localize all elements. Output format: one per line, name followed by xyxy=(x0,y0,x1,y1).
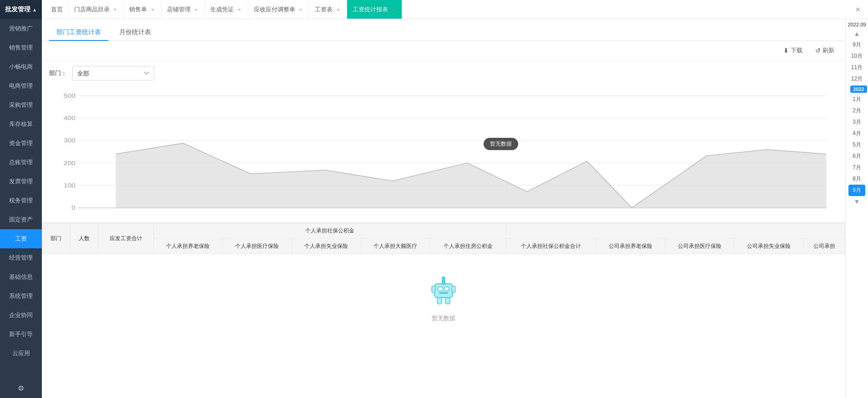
close-all-tabs-button[interactable]: ✕ xyxy=(855,6,861,13)
sidebar-item-经营管理[interactable]: 经营管理 xyxy=(0,248,42,267)
timeline-month-2月[interactable]: 2月 xyxy=(848,105,865,116)
tab-close-icon[interactable]: × xyxy=(237,6,242,13)
sidebar-item-总账管理[interactable]: 总账管理 xyxy=(0,153,42,172)
svg-rect-16 xyxy=(439,292,448,294)
sidebar-item-小畅电商[interactable]: 小畅电商 xyxy=(0,57,42,76)
col-个人承担失业保险: 个人承担失业保险 xyxy=(292,239,361,254)
svg-text:500: 500 xyxy=(64,92,76,99)
timeline-month-10月[interactable]: 10月 xyxy=(848,50,865,62)
timeline-month-5月[interactable]: 5月 xyxy=(848,139,865,151)
col-人数: 人数 xyxy=(70,223,98,254)
tab-生成凭证[interactable]: 生成凭证× xyxy=(205,0,248,19)
tab-close-icon[interactable]: × xyxy=(335,6,341,13)
sidebar-item-企业协同[interactable]: 企业协同 xyxy=(0,306,42,325)
timeline-up-arrow[interactable]: ▲ xyxy=(846,28,868,39)
timeline-month-7月[interactable]: 7月 xyxy=(848,162,865,173)
tab-首页[interactable]: 首页 xyxy=(45,0,69,19)
col-应发工资合计: 应发工资合计 xyxy=(98,223,154,254)
svg-text:100: 100 xyxy=(64,182,76,188)
sub-tab-部门工资统计表[interactable]: 部门工资统计表 xyxy=(49,25,108,41)
tab-label: 门店商品目录 xyxy=(74,5,110,14)
filter-label: 部门： xyxy=(49,69,67,77)
col-group-personal: 个人承担社保公积金 xyxy=(153,223,506,239)
svg-rect-22 xyxy=(445,297,450,304)
timeline-month-6月[interactable]: 6月 xyxy=(848,151,865,162)
timeline-items: 9月10月11月12月20221月2月3月4月5月6月7月8月9月 xyxy=(848,39,865,196)
chart-svg: 0100200300400500 xyxy=(49,86,838,222)
tab-bar: 首页门店商品目录×销售单×店铺管理×生成凭证×应收应付调整单×工资表×工资统计报… xyxy=(42,0,868,19)
tab-close-icon[interactable]: × xyxy=(298,6,303,13)
timeline-month-11月[interactable]: 11月 xyxy=(848,62,865,73)
sidebar-item-库存核算[interactable]: 库存核算 xyxy=(0,115,42,134)
sidebar-footer[interactable]: ⚙ xyxy=(0,378,42,398)
sidebar-item-税务管理[interactable]: 税务管理 xyxy=(0,191,42,210)
col-公司承担养老保险: 公司承担养老保险 xyxy=(596,239,665,254)
sidebar-item-系统管理[interactable]: 系统管理 xyxy=(0,287,42,306)
sidebar-item-固定资产[interactable]: 固定资产 xyxy=(0,210,42,229)
svg-rect-13 xyxy=(434,284,453,297)
svg-text:0: 0 xyxy=(71,204,76,211)
sidebar-item-基础信息[interactable]: 基础信息 xyxy=(0,267,42,287)
timeline-month-9月[interactable]: 9月 xyxy=(848,39,865,50)
timeline-month-8月[interactable]: 8月 xyxy=(848,173,865,185)
download-icon: ⬇ xyxy=(783,47,789,54)
sidebar-item-云应用[interactable]: 云应用 xyxy=(0,344,42,363)
col-部门: 部门 xyxy=(42,223,71,254)
col-个人承担住房公积金: 个人承担住房公积金 xyxy=(430,239,506,254)
sidebar-title: 批发管理 xyxy=(5,5,30,14)
refresh-label: 刷新 xyxy=(823,46,834,55)
sidebar-item-工资[interactable]: 工资 xyxy=(0,229,42,248)
timeline-month-9月[interactable]: 9月 xyxy=(848,185,865,196)
sidebar-item-电商管理[interactable]: 电商管理 xyxy=(0,76,42,96)
tab-close-icon[interactable]: × xyxy=(391,6,396,13)
table-area[interactable]: 部门人数应发工资合计个人承担社保公积金个人承担养老保险个人承担医疗保险个人承担失… xyxy=(42,222,845,398)
timeline-month-1月[interactable]: 1月 xyxy=(848,94,865,105)
sub-tabs: 部门工资统计表月份统计表 xyxy=(49,25,158,40)
timeline-down-arrow[interactable]: ▼ xyxy=(846,196,868,207)
tab-门店商品目录[interactable]: 门店商品目录× xyxy=(69,0,124,19)
sidebar-items: 营销推广销售管理小畅电商电商管理采购管理库存核算资金管理总账管理发票管理税务管理… xyxy=(0,19,42,363)
timeline-year: 2022 xyxy=(850,86,867,93)
timeline-month-3月[interactable]: 3月 xyxy=(848,116,865,128)
tab-close-icon[interactable]: × xyxy=(150,6,155,13)
svg-rect-21 xyxy=(437,297,442,304)
filter-select-wrapper: 全部销售部财务部运营部 xyxy=(72,66,154,81)
col-个人承担社保公积金合计: 个人承担社保公积金合计 xyxy=(506,239,596,254)
sidebar-header[interactable]: 批发管理 ▲ xyxy=(0,0,42,19)
tab-label: 首页 xyxy=(51,5,63,14)
empty-icon xyxy=(425,272,462,309)
sub-tab-bar: 部门工资统计表月份统计表 xyxy=(42,19,845,41)
svg-point-18 xyxy=(442,277,445,280)
timeline-header: 2022.09 xyxy=(846,21,868,28)
tab-销售单[interactable]: 销售单× xyxy=(124,0,161,19)
tab-close-icon[interactable]: × xyxy=(193,6,199,13)
sidebar-item-销售管理[interactable]: 销售管理 xyxy=(0,38,42,57)
svg-text:400: 400 xyxy=(64,115,76,121)
empty-state-text: 暂无数据 xyxy=(432,314,455,322)
sidebar-item-采购管理[interactable]: 采购管理 xyxy=(0,96,42,115)
toolbar: ⬇ 下载 ↺ 刷新 xyxy=(42,41,845,60)
chart-area: 0100200300400500 暂无数据 xyxy=(42,86,845,222)
filter-row: 部门： 全部销售部财务部运营部 xyxy=(42,60,845,86)
sidebar-item-营销推广[interactable]: 营销推广 xyxy=(0,19,42,38)
svg-rect-15 xyxy=(444,287,449,291)
sidebar-item-新手引导[interactable]: 新手引导 xyxy=(0,325,42,344)
sidebar-item-资金管理[interactable]: 资金管理 xyxy=(0,134,42,153)
tab-label: 销售单 xyxy=(129,5,147,14)
sidebar: 批发管理 ▲ 营销推广销售管理小畅电商电商管理采购管理库存核算资金管理总账管理发… xyxy=(0,0,42,398)
tab-工资统计报表[interactable]: 工资统计报表× xyxy=(347,0,402,19)
download-button[interactable]: ⬇ 下载 xyxy=(780,45,806,56)
sub-tab-月份统计表[interactable]: 月份统计表 xyxy=(112,25,158,41)
settings-icon: ⚙ xyxy=(18,384,24,392)
sidebar-item-发票管理[interactable]: 发票管理 xyxy=(0,172,42,191)
tab-close-icon[interactable]: × xyxy=(112,6,118,13)
tab-应收应付调整单[interactable]: 应收应付调整单× xyxy=(248,0,309,19)
tab-工资表[interactable]: 工资表× xyxy=(309,0,347,19)
sidebar-arrow: ▲ xyxy=(32,7,37,12)
timeline-month-4月[interactable]: 4月 xyxy=(848,128,865,139)
timeline-month-12月[interactable]: 12月 xyxy=(848,73,865,85)
tab-label: 应收应付调整单 xyxy=(254,5,295,14)
department-select[interactable]: 全部销售部财务部运营部 xyxy=(72,66,154,81)
refresh-button[interactable]: ↺ 刷新 xyxy=(812,45,838,56)
tab-店铺管理[interactable]: 店铺管理× xyxy=(161,0,205,19)
